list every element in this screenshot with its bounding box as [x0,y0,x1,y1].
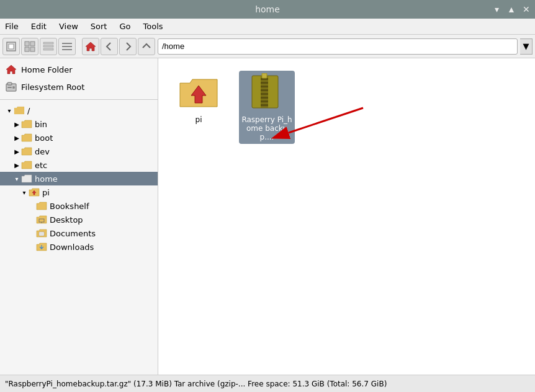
menu-bar: File Edit View Sort Go Tools [0,19,535,35]
svg-rect-8 [43,48,53,50]
toolbar-list-view[interactable] [40,38,57,55]
menu-view[interactable]: View [56,20,81,32]
title-bar: home ▾ ▲ ✕ [0,0,535,19]
svg-rect-2 [25,42,29,46]
menu-go[interactable]: Go [117,20,133,32]
sidebar-bin-label: bin [35,120,47,129]
sidebar-desktop-label: Desktop [50,215,83,225]
pi-folder-label: pi [196,115,202,124]
sidebar-downloads-label: Downloads [50,243,94,252]
menu-sort[interactable]: Sort [88,20,110,32]
chevron-boot: ▶ [12,135,21,141]
main-area: Home Folder Filesystem Root ▾ [0,58,535,375]
sidebar-item-bin[interactable]: ▶ bin [0,117,158,131]
toolbar-home[interactable] [82,38,99,55]
sidebar-item-home[interactable]: ▾ home [0,172,158,185]
toolbar-back[interactable] [101,38,118,55]
chevron-pi: ▾ [20,189,29,196]
sidebar-home-folder-label: Home Folder [21,65,73,74]
sidebar-item-pi[interactable]: ▾ pi [0,185,158,199]
sidebar-filesystem-label: Filesystem Root [21,82,84,92]
sidebar-pi-label: pi [42,188,50,197]
svg-rect-17 [7,87,12,88]
sidebar-item-dev[interactable]: ▶ dev [0,145,158,158]
svg-rect-32 [261,97,268,99]
sidebar-documents-label: Documents [50,229,96,238]
status-text: "RaspberryPi_homebackup.tar.gz" (17.3 Mi… [5,380,387,388]
minimize-button[interactable]: ▾ [490,4,503,14]
sidebar-tree: ▾ / ▶ bin ▶ boot [0,101,158,256]
close-button[interactable]: ✕ [520,4,533,14]
folder-icon-root [14,105,25,115]
chevron-etc: ▶ [12,162,21,169]
window-title: home [255,4,280,14]
backup-archive-label: Rasperry Pi_home backup.... [241,115,292,141]
svg-rect-29 [261,86,268,87]
chevron-dev: ▶ [12,148,21,155]
window-controls: ▾ ▲ ✕ [490,4,533,14]
toolbar-compact-view[interactable] [58,38,76,55]
pi-folder-icon [179,73,218,113]
svg-rect-28 [261,82,268,84]
svg-rect-21 [39,232,44,236]
svg-rect-4 [25,47,29,51]
folder-icon-bin [21,119,32,129]
sidebar-root-label: / [27,106,30,115]
folder-icon-desktop [36,215,47,225]
location-bar[interactable] [158,38,518,55]
file-area: pi [158,58,535,375]
svg-marker-12 [86,42,96,51]
svg-rect-5 [30,47,35,51]
svg-rect-3 [30,42,35,46]
folder-icon-documents [36,228,47,238]
folder-icon-dev [21,146,32,156]
toolbar-icon-view[interactable] [21,38,38,55]
svg-rect-31 [261,93,268,95]
sidebar-item-downloads[interactable]: ▶ Downloads [0,240,158,254]
svg-rect-34 [261,104,268,106]
home-folder-icon [5,63,17,76]
svg-rect-7 [43,45,53,47]
chevron-bin: ▶ [12,121,21,128]
sidebar-item-etc[interactable]: ▶ etc [0,158,158,172]
file-item-backup[interactable]: Rasperry Pi_home backup.... [239,71,295,144]
sidebar-boot-label: boot [35,133,53,143]
sidebar-home-label: home [35,174,58,184]
chevron-home: ▾ [12,176,21,182]
menu-file[interactable]: File [2,20,21,32]
sidebar-item-root[interactable]: ▾ / [0,104,158,117]
folder-icon-pi [29,187,40,197]
toolbar-new-window[interactable] [2,38,20,55]
archive-icon-svg [247,73,287,113]
folder-icon-home [21,174,32,184]
sidebar-item-filesystem-root[interactable]: Filesystem Root [0,78,158,96]
svg-rect-15 [7,82,12,85]
maximize-button[interactable]: ▲ [505,4,518,14]
toolbar-forward[interactable] [119,38,137,55]
sidebar-item-home-folder[interactable]: Home Folder [0,61,158,78]
sidebar-item-desktop[interactable]: ▶ Desktop [0,213,158,226]
menu-edit[interactable]: Edit [29,20,49,32]
pi-folder-svg [179,76,218,110]
sidebar-item-boot[interactable]: ▶ boot [0,131,158,145]
sidebar-item-bookshelf[interactable]: ▶ Bookshelf [0,199,158,213]
sidebar-bookshelf-label: Bookshelf [50,202,89,211]
folder-icon-downloads [36,242,47,252]
svg-rect-30 [261,89,268,91]
file-item-pi[interactable]: pi [171,71,227,127]
svg-marker-13 [6,65,16,74]
svg-point-16 [12,86,15,89]
svg-rect-6 [43,42,53,44]
location-dropdown[interactable]: ▼ [520,38,533,55]
menu-tools[interactable]: Tools [141,20,166,32]
file-grid: pi [171,71,523,144]
folder-icon-etc [21,160,32,170]
filesystem-icon [5,81,17,93]
sidebar-bookmarks: Home Folder Filesystem Root [0,58,158,98]
svg-rect-1 [9,44,14,49]
sidebar-item-documents[interactable]: ▶ Documents [0,226,158,240]
svg-rect-33 [261,100,268,102]
sidebar-divider-1 [0,99,158,100]
toolbar-up[interactable] [138,38,155,55]
folder-icon-boot [21,133,32,143]
